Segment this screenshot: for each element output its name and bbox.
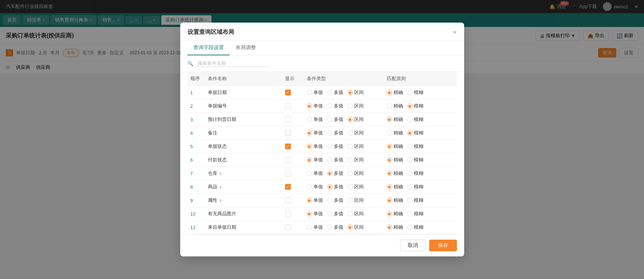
tab-layout-adjust-label: 布局调整 <box>236 44 256 50</box>
modal-tabs: 查询字段设置 布局调整 <box>180 41 464 55</box>
conditions-table: 顺序 条件名称 显示 条件类型 匹配原则 1单据日期单值多值区间精确模糊2单据编… <box>187 72 457 74</box>
modal-title: 设置查询区域布局 <box>187 28 234 36</box>
table-header: 顺序 条件名称 显示 条件类型 匹配原则 <box>187 72 457 74</box>
tab-layout-adjust[interactable]: 布局调整 <box>230 41 262 55</box>
modal-header: 设置查询区域布局 × <box>180 23 464 41</box>
tab-query-fields-label: 查询字段设置 <box>193 44 224 50</box>
col-header-order: 顺序 <box>187 72 205 74</box>
settings-modal: 设置查询区域布局 × 查询字段设置 布局调整 🔍 顺序 条件名称 <box>180 23 464 74</box>
modal-search-bar: 🔍 <box>180 55 464 72</box>
modal-table-wrapper: 顺序 条件名称 显示 条件类型 匹配原则 1单据日期单值多值区间精确模糊2单据编… <box>180 72 464 74</box>
col-header-name: 条件名称 <box>205 72 282 74</box>
modal-overlay: 设置查询区域布局 × 查询字段设置 布局调整 🔍 顺序 条件名称 <box>0 0 644 74</box>
tab-query-fields[interactable]: 查询字段设置 <box>187 41 230 55</box>
col-header-show: 显示 <box>282 72 304 74</box>
col-header-match: 匹配原则 <box>384 72 457 74</box>
col-header-type: 条件类型 <box>304 72 384 74</box>
search-icon: 🔍 <box>187 61 193 66</box>
modal-close-button[interactable]: × <box>453 29 457 36</box>
search-input[interactable] <box>196 60 269 67</box>
